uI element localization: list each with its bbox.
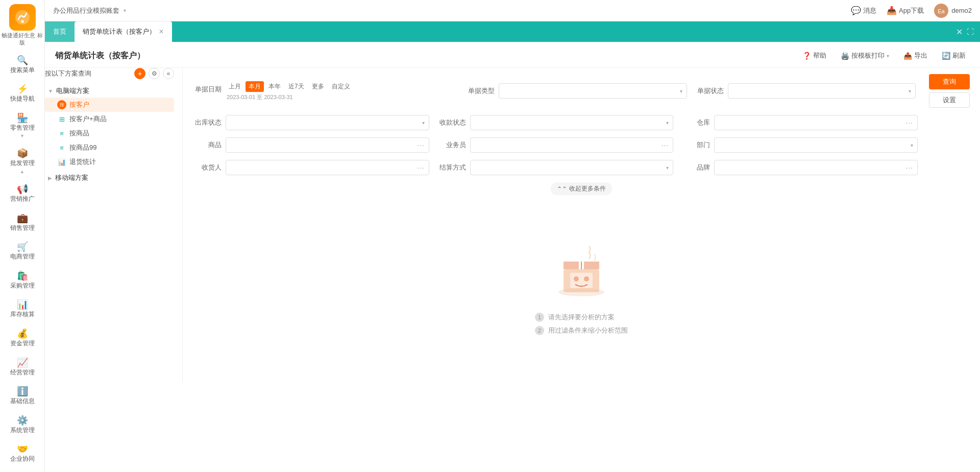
- info-icon: ℹ️: [17, 387, 28, 396]
- order-status-select[interactable]: ▾: [728, 83, 916, 99]
- settings-button[interactable]: 设置: [929, 92, 970, 108]
- svg-point-8: [574, 276, 579, 281]
- date-tab-7days[interactable]: 近7天: [285, 81, 307, 92]
- empty-tips: 1 请先选择要分析的方案 2 用过滤条件来缩小分析范围: [535, 313, 628, 335]
- app-title-area: 办公用品行业模拟账套 ▾: [53, 6, 126, 15]
- export-button[interactable]: 📤 导出: [899, 49, 932, 62]
- date-range-text: 2023-03-01 至 2023-03-31: [226, 93, 458, 101]
- ecommerce-icon: 🛒: [17, 242, 28, 251]
- date-tab-this-month[interactable]: 本月: [246, 81, 264, 92]
- goods-input[interactable]: ···: [226, 137, 429, 153]
- left-scheme-panel: 按以下方案查询 + ⚙ « ▼ 电脑端方案: [45, 68, 183, 382]
- sidebar-item-marketing[interactable]: 📢 营销推广: [0, 179, 44, 208]
- template-print-button[interactable]: 🖨️ 按模板打印 ▾: [837, 49, 893, 62]
- sidebar-item-retail[interactable]: 🏪 零售管理 ▼: [0, 108, 44, 144]
- sidebar-item-basic-info[interactable]: ℹ️ 基础信息: [0, 382, 44, 411]
- message-label: 消息: [863, 6, 876, 15]
- payment-status-label: 收款状态: [437, 118, 466, 127]
- filter-row-4: 收货人 ··· 结算方式 ▾ 品牌: [193, 160, 970, 175]
- goods-label: 商品: [193, 140, 222, 150]
- scheme-item-by-goods[interactable]: ≡ 按商品: [45, 126, 174, 140]
- inventory-icon: 📊: [17, 300, 28, 309]
- app-title: 办公用品行业模拟账套: [53, 6, 119, 15]
- search-icon: 🔍: [17, 56, 28, 65]
- payment-status-select[interactable]: ▾: [470, 115, 674, 130]
- settings-scheme-button[interactable]: ⚙: [149, 68, 160, 79]
- scheme-item-by-customer[interactable]: 按 按客户: [45, 98, 174, 112]
- logo-text: 畅捷通好生意 标版: [0, 32, 44, 46]
- page-title: 销货单统计表（按客户）: [55, 51, 145, 61]
- scheme-item-return-stat[interactable]: 📊 退货统计: [45, 155, 174, 169]
- refresh-icon: 🔄: [942, 52, 950, 60]
- receiver-input[interactable]: ···: [226, 160, 429, 175]
- message-button[interactable]: 💬 消息: [851, 6, 876, 15]
- tab-close-icon[interactable]: ✕: [159, 28, 164, 35]
- scheme-item-by-goods-99[interactable]: ≡ 按商品99: [45, 140, 174, 155]
- title-dropdown-arrow-icon[interactable]: ▾: [124, 8, 126, 13]
- svg-point-9: [584, 276, 589, 281]
- date-tab-custom[interactable]: 自定义: [329, 81, 353, 92]
- sidebar-item-ecommerce[interactable]: 🛒 电商管理: [0, 237, 44, 266]
- sidebar-item-inventory[interactable]: 📊 库存核算: [0, 295, 44, 324]
- settlement-select[interactable]: ▾: [470, 160, 674, 175]
- tab-home[interactable]: 首页: [45, 21, 75, 42]
- add-scheme-button[interactable]: +: [134, 68, 145, 79]
- brand-input[interactable]: ···: [714, 160, 918, 175]
- sidebar-item-purchase[interactable]: 🛍️ 采购管理: [0, 266, 44, 295]
- sidebar-navigation: 🔍 搜索菜单 ⚡ 快捷导航 🏪 零售管理 ▼ 📦 批发管理 ▲ 📢 营销推广 💼…: [0, 51, 44, 472]
- app-logo[interactable]: [9, 4, 36, 31]
- tab-sales-stat[interactable]: 销货单统计表（按客户） ✕: [75, 21, 172, 42]
- sidebar-item-sales[interactable]: 💼 销售管理: [0, 208, 44, 238]
- scheme-item-by-customer-goods[interactable]: ⊞ 按客户+商品: [45, 112, 174, 126]
- retail-icon: 🏪: [17, 113, 28, 123]
- sidebar-item-quick-nav[interactable]: ⚡ 快捷导航: [0, 79, 44, 108]
- sidebar-item-system[interactable]: ⚙️ 系统管理: [0, 411, 44, 440]
- app-download-button[interactable]: 📥 App下载: [887, 6, 924, 15]
- filter-date-item: 单据日期 上月 本月 本年 近7天 更多 自定义 20: [193, 81, 458, 101]
- help-button[interactable]: ❓ 帮助: [798, 49, 830, 62]
- date-tab-this-year[interactable]: 本年: [265, 81, 284, 92]
- tab-close-all-icon[interactable]: ✕: [956, 27, 963, 37]
- gear-icon: ⚙️: [17, 416, 28, 425]
- sidebar-item-search[interactable]: 🔍 搜索菜单: [0, 51, 44, 80]
- header-actions: 💬 消息 📥 App下载 Ea demo2: [851, 4, 972, 18]
- warehouse-label: 仓库: [681, 118, 710, 127]
- refresh-button[interactable]: 🔄 刷新: [938, 49, 970, 62]
- collapse-row: ⌃⌃ 收起更多条件: [193, 182, 970, 195]
- empty-state: 1 请先选择要分析的方案 2 用过滤条件来缩小分析范围: [193, 200, 970, 376]
- scheme-group-mobile-header[interactable]: ▶ 移动端方案: [45, 171, 174, 184]
- order-type-select[interactable]: ▾: [499, 83, 687, 99]
- department-select[interactable]: ▾: [714, 137, 918, 153]
- filter-order-status: 单据状态 ▾: [695, 83, 916, 99]
- user-area[interactable]: Ea demo2: [934, 4, 972, 18]
- query-button[interactable]: 查询: [929, 74, 970, 89]
- more-icon: ···: [417, 141, 425, 149]
- sidebar-item-label: 快捷导航: [10, 95, 35, 103]
- main-area: 办公用品行业模拟账套 ▾ 💬 消息 📥 App下载 Ea demo2: [45, 0, 980, 472]
- chart-icon: ⊞: [57, 114, 66, 124]
- tab-bar: 首页 销货单统计表（按客户） ✕ ✕ ⛶: [45, 21, 980, 42]
- chevron-down-icon: ▼: [48, 88, 53, 94]
- sidebar-item-newbie[interactable]: 🎯 新手引导: [0, 468, 44, 472]
- scheme-group-pc: ▼ 电脑端方案 按 按客户 ⊞ 按客户+商品 ≡: [45, 84, 174, 169]
- sidebar-item-business[interactable]: 📈 经营管理: [0, 353, 44, 382]
- out-status-select[interactable]: ▾: [226, 115, 429, 130]
- scheme-group-pc-header[interactable]: ▼ 电脑端方案: [45, 84, 174, 98]
- sidebar-item-wholesale[interactable]: 📦 批发管理 ▲: [0, 144, 44, 179]
- logo-area: 畅捷通好生意 标版: [0, 0, 44, 51]
- sidebar-item-finance[interactable]: 💰 资金管理: [0, 324, 44, 353]
- sidebar-item-label: 销售管理: [10, 224, 35, 232]
- salesperson-input[interactable]: ···: [470, 137, 674, 153]
- warehouse-input[interactable]: ···: [714, 115, 918, 130]
- empty-illustration: [551, 241, 612, 302]
- dropdown-arrow-icon: ▾: [666, 165, 669, 171]
- collapse-panel-button[interactable]: «: [163, 68, 174, 79]
- page-header: 销货单统计表（按客户） ❓ 帮助 🖨️ 按模板打印 ▾ 📤 导出: [45, 42, 980, 68]
- collapse-button[interactable]: ⌃⌃ 收起更多条件: [551, 182, 612, 195]
- print-icon: 🖨️: [841, 52, 849, 60]
- sidebar-item-enterprise[interactable]: 🤝 企业协同: [0, 439, 44, 468]
- date-tab-last-month[interactable]: 上月: [226, 81, 244, 92]
- date-tab-more[interactable]: 更多: [309, 81, 327, 92]
- tab-maximize-icon[interactable]: ⛶: [967, 28, 974, 36]
- tip-num-1: 1: [535, 313, 544, 322]
